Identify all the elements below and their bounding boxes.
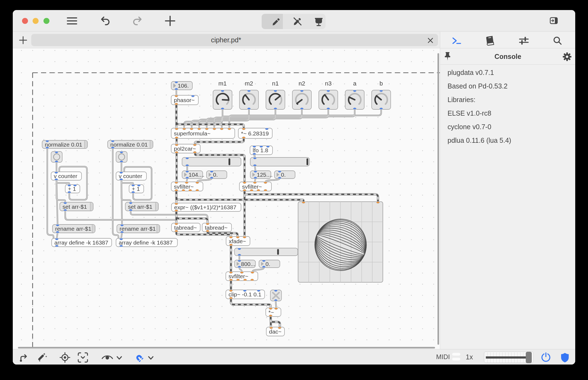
svg-text:0.: 0. [213, 172, 218, 178]
svg-text:+ 1: + 1 [68, 186, 76, 192]
svg-text:*~: *~ [268, 309, 274, 315]
svg-text:m1: m1 [218, 80, 227, 87]
svg-text:array define -k 16387: array define -k 16387 [119, 239, 173, 246]
svg-text:array define -k 16387: array define -k 16387 [54, 239, 108, 246]
svg-text:n1: n1 [272, 80, 279, 87]
svg-text:expr~ (($v1+1)/2)*16387: expr~ (($v1+1)/2)*16387 [174, 204, 236, 210]
svg-text:tabread~: tabread~ [205, 224, 228, 231]
svg-text:+ 1: + 1 [132, 186, 140, 192]
svg-text:set arr-$1: set arr-$1 [128, 204, 152, 210]
svg-text:clip~ -0.1 0.1: clip~ -0.1 0.1 [229, 291, 261, 297]
svg-text:normalize 0.01: normalize 0.01 [45, 141, 82, 148]
svg-text:0.: 0. [281, 172, 286, 178]
svg-text:n2: n2 [299, 80, 305, 87]
svg-text:tabread~: tabread~ [174, 224, 197, 231]
svg-text:a: a [353, 80, 356, 87]
svg-text:104....: 104.... [189, 172, 204, 178]
svg-text:set arr-$1: set arr-$1 [62, 204, 87, 210]
svg-text:rename arr-$1: rename arr-$1 [55, 226, 91, 232]
svg-text:106.: 106. [178, 83, 189, 89]
svg-text:phasor~: phasor~ [174, 97, 195, 103]
svg-text:dac~: dac~ [269, 328, 282, 335]
svg-text:n3: n3 [325, 80, 331, 87]
svg-text:svfilter~: svfilter~ [229, 273, 248, 279]
svg-text:v counter: v counter [119, 173, 142, 179]
svg-text:m2: m2 [245, 80, 253, 87]
svg-text:normalize 0.01: normalize 0.01 [110, 141, 148, 148]
svg-text:lfo 1.8: lfo 1.8 [253, 147, 268, 153]
svg-text:pol2car~: pol2car~ [174, 145, 196, 152]
svg-text:xfade~: xfade~ [229, 238, 246, 244]
svg-text:b: b [380, 80, 383, 87]
svg-text:v counter: v counter [54, 173, 77, 179]
svg-text:svfilter~: svfilter~ [174, 183, 194, 190]
svg-text:125....: 125.... [257, 172, 273, 178]
svg-text:rename arr-$1: rename arr-$1 [120, 226, 156, 232]
svg-text:superformula~: superformula~ [174, 130, 211, 137]
svg-text:0.: 0. [265, 261, 270, 267]
svg-text:svfilter~: svfilter~ [242, 183, 262, 190]
svg-text:800...: 800... [241, 261, 255, 267]
svg-text:*~ 6.28319: *~ 6.28319 [241, 130, 269, 137]
